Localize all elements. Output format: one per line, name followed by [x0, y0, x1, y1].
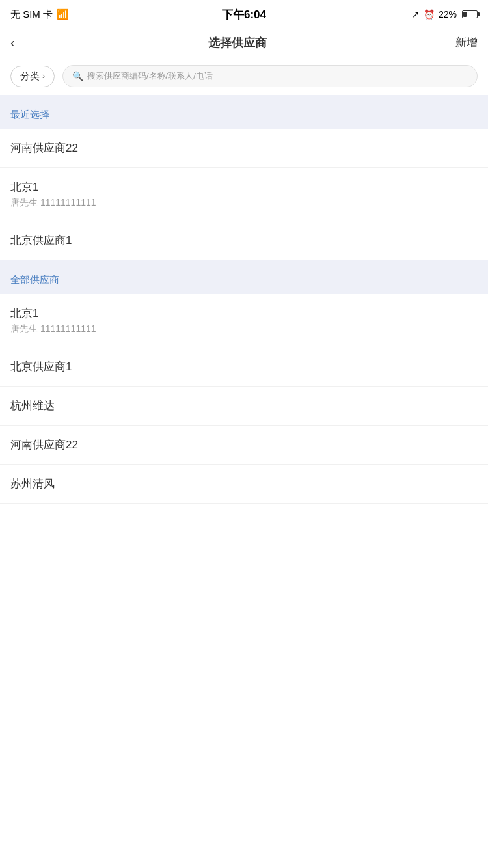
list-item-recent-0[interactable]: 河南供应商22	[0, 129, 488, 168]
item-name: 北京供应商1	[10, 233, 478, 248]
alarm-icon: ⏰	[424, 9, 435, 20]
list-item-all-2[interactable]: 杭州维达	[0, 387, 488, 426]
list-item-recent-2[interactable]: 北京供应商1	[0, 221, 488, 260]
page-title: 选择供应商	[208, 35, 267, 51]
filter-bar: 分类 › 🔍 搜索供应商编码/名称/联系人/电话	[0, 57, 488, 95]
list-item-all-3[interactable]: 河南供应商22	[0, 426, 488, 465]
search-icon: 🔍	[72, 71, 83, 81]
item-name: 北京1	[10, 306, 478, 321]
back-button[interactable]: ‹	[10, 30, 20, 55]
item-name: 河南供应商22	[10, 141, 478, 156]
status-right: ↗ ⏰ 22%	[412, 9, 478, 20]
list-item-all-1[interactable]: 北京供应商1	[0, 347, 488, 387]
battery-pct: 22%	[439, 9, 457, 20]
nav-bar: ‹ 选择供应商 新增	[0, 29, 488, 57]
item-name: 杭州维达	[10, 398, 478, 413]
section-header-recent: 最近选择	[0, 95, 488, 129]
item-name: 北京1	[10, 180, 478, 195]
supplier-list: 最近选择河南供应商22北京1唐先生 11111111111北京供应商1全部供应商…	[0, 95, 488, 504]
category-label: 分类	[20, 70, 40, 83]
status-time: 下午6:04	[222, 7, 266, 22]
list-item-all-0[interactable]: 北京1唐先生 11111111111	[0, 294, 488, 347]
wifi-icon: 📶	[57, 8, 69, 20]
item-name: 北京供应商1	[10, 359, 478, 374]
no-sim-text: 无 SIM 卡	[10, 8, 53, 21]
battery-icon	[462, 10, 478, 18]
item-name: 苏州清风	[10, 476, 478, 491]
item-name: 河南供应商22	[10, 437, 478, 452]
item-sub: 唐先生 11111111111	[10, 323, 478, 335]
search-placeholder: 搜索供应商编码/名称/联系人/电话	[87, 70, 213, 82]
item-sub: 唐先生 11111111111	[10, 197, 478, 209]
status-left: 无 SIM 卡 📶	[10, 8, 69, 21]
list-item-recent-1[interactable]: 北京1唐先生 11111111111	[0, 168, 488, 221]
section-header-text-all: 全部供应商	[10, 274, 59, 285]
location-icon: ↗	[412, 9, 420, 20]
category-button[interactable]: 分类 ›	[10, 66, 55, 87]
section-header-all: 全部供应商	[0, 260, 488, 294]
search-box[interactable]: 🔍 搜索供应商编码/名称/联系人/电话	[62, 65, 478, 87]
section-header-text-recent: 最近选择	[10, 109, 49, 120]
list-item-all-4[interactable]: 苏州清风	[0, 465, 488, 504]
add-button[interactable]: 新增	[455, 35, 478, 50]
status-bar: 无 SIM 卡 📶 下午6:04 ↗ ⏰ 22%	[0, 0, 488, 29]
chevron-right-icon: ›	[42, 72, 45, 81]
